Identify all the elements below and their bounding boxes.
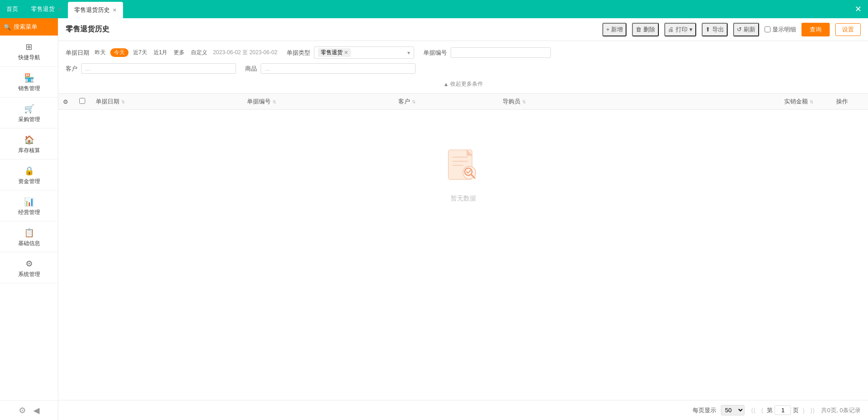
th-settings[interactable]: ⚙ — [58, 94, 75, 110]
print-icon: 🖨 — [668, 26, 674, 33]
tab-retail-return-close[interactable]: ✕ — [57, 6, 62, 12]
print-chevron-icon: ▾ — [689, 26, 693, 33]
th-guide-label: 导购员 — [503, 98, 520, 105]
table-header-row: ⚙ 单据日期 ⇅ 单据编号 ⇅ — [58, 94, 868, 110]
page-nav: ⟨⟨ ⟨ 第 1 页 ⟩ ⟩⟩ — [749, 405, 817, 415]
page-last-btn[interactable]: ⟩⟩ — [808, 406, 817, 415]
window-close-btn[interactable]: ✕ — [848, 4, 868, 14]
sidebar-item-purchase-mgmt[interactable]: 🛒 采购管理 — [0, 97, 58, 128]
export-button[interactable]: ⬆ 导出 — [702, 23, 728, 36]
voucher-type-tag-text: 零售退货 — [321, 49, 343, 56]
finance-icon: 🔒 — [24, 166, 34, 176]
page-word: 第 — [767, 406, 773, 415]
header-actions: + 新增 🗑 删除 🖨 打印 ▾ ⬆ 导出 ↺ 刷新 显示明细 — [602, 23, 861, 36]
sidebar-item-sys-mgmt[interactable]: ⚙ 系统管理 — [0, 252, 58, 283]
th-date[interactable]: 单据日期 ⇅ — [91, 94, 242, 110]
voucher-number-input[interactable] — [451, 47, 551, 58]
customer-filter-label: 客户 — [66, 65, 77, 73]
sidebar-item-base-info[interactable]: 📋 基础信息 — [0, 221, 58, 252]
page-word2: 页 — [793, 406, 799, 415]
sidebar-item-finance-label: 资金管理 — [18, 178, 40, 185]
empty-state-cell: 暂无数据 — [58, 110, 868, 240]
top-bar: 首页 零售退货 ✕ 零售退货历史 ✕ ✕ — [0, 0, 868, 18]
sys-mgmt-icon: ⚙ — [26, 259, 33, 269]
settings-button[interactable]: 设置 — [835, 23, 861, 36]
goods-filter-label: 商品 — [245, 65, 257, 73]
page-total: 共0页, 0条记录 — [821, 406, 861, 415]
sidebar-search[interactable]: 🔍 搜索菜单 — [0, 18, 58, 36]
page-prev-btn[interactable]: ⟨ — [759, 406, 765, 415]
settings-gear-icon[interactable]: ⚙ — [63, 98, 68, 105]
date-opt-1month[interactable]: 近1月 — [152, 48, 169, 57]
search-icon: 🔍 — [4, 24, 11, 31]
print-button[interactable]: 🖨 打印 ▾ — [664, 23, 696, 36]
voucher-type-label: 单据类型 — [287, 49, 310, 57]
customer-input[interactable]: ... — [81, 63, 236, 74]
goods-placeholder: ... — [265, 65, 270, 72]
filter-row-2: 客户 ... 商品 ... — [66, 63, 861, 74]
collapse-button[interactable]: ▲ 收起更多条件 — [443, 80, 483, 88]
sidebar-collapse-icon[interactable]: ◀ — [33, 405, 40, 415]
tab-home[interactable]: 首页 — [0, 0, 25, 18]
base-info-icon: 📋 — [24, 228, 34, 238]
customer-placeholder: ... — [85, 65, 90, 72]
th-guide[interactable]: 导购员 ⇅ — [498, 94, 626, 110]
new-button[interactable]: + 新增 — [602, 23, 627, 36]
sidebar-item-operations-label: 经营管理 — [18, 209, 40, 216]
page-first-btn[interactable]: ⟨⟨ — [749, 406, 757, 415]
sidebar-bottom: ⚙ ◀ — [0, 400, 58, 420]
goods-input[interactable]: ... — [261, 63, 416, 74]
delete-button[interactable]: 🗑 删除 — [632, 23, 659, 36]
sidebar-item-operations[interactable]: 📊 经营管理 — [0, 190, 58, 221]
sidebar-item-inventory[interactable]: 🏠 库存核算 — [0, 128, 58, 159]
th-number[interactable]: 单据编号 ⇅ — [242, 94, 394, 110]
th-check[interactable] — [75, 94, 91, 110]
date-options: 昨天 今天 近7天 近1月 更多 自定义 — [93, 48, 209, 57]
sort-customer-icon: ⇅ — [412, 99, 416, 104]
voucher-type-tag-close[interactable]: ✕ — [344, 50, 348, 56]
date-opt-7days[interactable]: 近7天 — [131, 48, 149, 57]
refresh-button[interactable]: ↺ 刷新 — [733, 23, 759, 36]
page-number-input[interactable]: 1 — [775, 405, 791, 415]
date-opt-yesterday[interactable]: 昨天 — [93, 48, 108, 57]
page-next-btn[interactable]: ⟩ — [801, 406, 806, 415]
empty-state-row: 暂无数据 — [58, 110, 868, 240]
sidebar-item-sales-label: 销售管理 — [18, 85, 40, 92]
show-detail-checkbox[interactable] — [765, 26, 770, 32]
sidebar-item-finance[interactable]: 🔒 资金管理 — [0, 159, 58, 190]
sidebar-item-sales-mgmt[interactable]: 🏪 销售管理 — [0, 67, 58, 97]
th-amount[interactable]: 实销金额 ⇅ — [626, 94, 832, 110]
empty-state: 暂无数据 — [58, 110, 868, 239]
sidebar: 🔍 搜索菜单 ⊞ 快捷导航 🏪 销售管理 🛒 采购管理 🏠 库存核算 🔒 资金管… — [0, 18, 58, 420]
quick-nav-icon: ⊞ — [26, 42, 32, 52]
date-opt-custom[interactable]: 自定义 — [189, 48, 209, 57]
date-opt-more[interactable]: 更多 — [172, 48, 186, 57]
voucher-type-select[interactable]: 零售退货 ✕ ▾ — [314, 46, 414, 59]
page-size-select[interactable]: 10 20 50 100 — [721, 405, 745, 415]
voucher-number-label: 单据编号 — [423, 49, 447, 57]
page-title: 零售退货历史 — [66, 25, 109, 34]
show-detail-checkbox-label[interactable]: 显示明细 — [765, 26, 796, 34]
sort-number-icon: ⇅ — [272, 99, 276, 104]
collapse-row: ▲ 收起更多条件 — [66, 78, 861, 92]
tab-retail-return[interactable]: 零售退货 ✕ — [25, 0, 68, 18]
print-label: 打印 — [676, 26, 688, 34]
tab-retail-return-history-close[interactable]: ✕ — [113, 7, 117, 13]
main-layout: 🔍 搜索菜单 ⊞ 快捷导航 🏪 销售管理 🛒 采购管理 🏠 库存核算 🔒 资金管… — [0, 18, 868, 420]
table-body: 暂无数据 — [58, 110, 868, 240]
th-actions: 操作 — [832, 94, 868, 110]
query-button[interactable]: 查询 — [801, 23, 830, 36]
page-header: 零售退货历史 + 新增 🗑 删除 🖨 打印 ▾ ⬆ 导出 ↺ 刷新 — [58, 18, 868, 41]
sidebar-item-quick-nav[interactable]: ⊞ 快捷导航 — [0, 36, 58, 67]
select-all-checkbox[interactable] — [79, 98, 85, 104]
sort-amount-icon: ⇅ — [810, 99, 813, 104]
tab-retail-return-history-label: 零售退货历史 — [74, 6, 110, 14]
date-range-display: 2023-06-02 至 2023-06-02 — [213, 49, 277, 56]
filter-row-1: 单据日期 昨天 今天 近7天 近1月 更多 自定义 2023-06-02 至 2… — [66, 46, 861, 59]
sidebar-settings-icon[interactable]: ⚙ — [19, 405, 26, 415]
pagination: 每页显示 10 20 50 100 ⟨⟨ ⟨ 第 1 页 ⟩ ⟩⟩ 共0页, 0… — [58, 400, 868, 420]
goods-filter-group: 商品 ... — [245, 63, 416, 74]
tab-retail-return-history[interactable]: 零售退货历史 ✕ — [68, 2, 123, 18]
date-opt-today[interactable]: 今天 — [110, 48, 128, 57]
th-customer[interactable]: 客户 ⇅ — [394, 94, 498, 110]
